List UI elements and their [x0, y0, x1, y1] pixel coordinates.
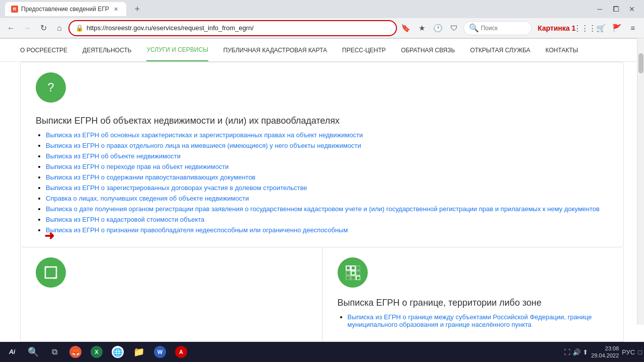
address-bar[interactable]	[87, 24, 390, 32]
nav-item-feedback[interactable]: ОБРАТНАЯ СВЯЗЬ	[401, 40, 455, 61]
section-col-left	[21, 247, 323, 341]
tab-title: Предоставление сведений ЕГР	[21, 6, 109, 13]
nav-item-deyatelnost[interactable]: ДЕЯТЕЛЬНОСТЬ	[83, 40, 131, 61]
taskbar-word-button[interactable]: W	[150, 343, 170, 361]
taskbar-right: ⛶ 🔊 ⬆ 23:08 29.04.2022 РУС □	[564, 345, 642, 359]
picture-label: Картинка 1	[538, 24, 576, 32]
list-item-highlighted: Справка о лицах, получивших сведения об …	[46, 195, 608, 202]
svg-rect-7	[356, 266, 360, 270]
section-icon-right	[338, 257, 368, 288]
list-link[interactable]: Выписка из ЕГРН об объекте недвижимости	[46, 152, 181, 160]
notification-icon: □	[638, 348, 642, 356]
svg-rect-8	[346, 271, 350, 275]
maximize-button[interactable]: ⧠	[609, 2, 623, 16]
taskbar-explorer-button[interactable]: 📁	[129, 343, 149, 361]
taskbar-firefox-button[interactable]: 🦊	[65, 343, 86, 361]
list-item: Выписка из ЕГРН о зарегистрированных дог…	[46, 184, 608, 192]
section-icon-question: ?	[36, 72, 66, 103]
taskbar-acrobat-button[interactable]: A	[171, 343, 191, 361]
browser-chrome: R Предоставление сведений ЕГР ✕ + ─ ⧠ ✕ …	[0, 0, 644, 39]
list-item: Выписка из ЕГРН о правах отдельного лица…	[46, 142, 608, 149]
sections-row: Выписка ЕГРН о границе, территории либо …	[20, 247, 624, 342]
back-button[interactable]: ←	[4, 21, 18, 35]
scrollbar-thumb[interactable]	[638, 53, 643, 73]
ai-label: Ai	[9, 348, 15, 355]
toolbar-right: 🔖 ★ 🕐 🛡 🔍 Картинка 1 ⋮⋮⋮ 🛒 🚩 ≡	[399, 21, 640, 35]
list-item: Выписка из ЕГРН об объекте недвижимости	[46, 152, 608, 160]
section-title: Выписки ЕГРН об объектах недвижимости и …	[36, 111, 608, 126]
list-link[interactable]: Выписка из ЕГРН о переходе прав на объек…	[46, 163, 229, 170]
address-bar-container[interactable]: 🔒	[68, 20, 397, 36]
extensions-icon[interactable]: ⋮⋮⋮	[578, 21, 592, 35]
word-icon: W	[154, 346, 166, 358]
list-link[interactable]: Выписка из ЕГРН о кадастровой стоимости …	[46, 216, 204, 223]
list-link[interactable]: Выписка из ЕГРН об основных характеристи…	[46, 131, 363, 139]
section-header: ?	[36, 72, 608, 103]
search-box[interactable]: 🔍	[463, 21, 532, 35]
browser-tab[interactable]: R Предоставление сведений ЕГР ✕	[5, 2, 126, 16]
clock: 23:08	[591, 345, 619, 352]
menu-icon[interactable]: ≡	[626, 21, 640, 35]
taskbar-taskview-icon: ⧉	[52, 347, 57, 356]
svg-rect-13	[356, 276, 360, 280]
taskbar-search-button[interactable]: 🔍	[23, 343, 43, 361]
list-item: Выписка из ЕГРН об основных характеристи…	[46, 131, 608, 139]
grid-icon	[345, 265, 360, 280]
list-item: Выписка из ЕГРН о переходе прав на объек…	[46, 163, 608, 170]
list-link-highlighted[interactable]: Справка о лицах, получивших сведения об …	[46, 195, 249, 202]
svg-rect-9	[351, 271, 355, 275]
acrobat-icon: A	[175, 346, 187, 358]
list-link[interactable]: Выписка из ЕГРН о содержании правоустана…	[46, 173, 256, 181]
list-item: Выписка о дате получения органом регистр…	[46, 205, 608, 213]
scrollbar[interactable]	[637, 38, 644, 325]
svg-rect-6	[351, 266, 355, 270]
search-input[interactable]	[481, 25, 526, 32]
taskbar-taskview-button[interactable]: ⧉	[44, 343, 64, 361]
list-item: Выписка из ЕГРН о признании правообладат…	[46, 226, 608, 234]
sys-icons: ⛶ 🔊 ⬆	[564, 348, 588, 356]
new-tab-button[interactable]: +	[130, 2, 144, 16]
taskbar-ai-button[interactable]: Ai	[2, 343, 22, 361]
tab-close-button[interactable]: ✕	[112, 5, 120, 13]
flag-icon[interactable]: 🚩	[610, 21, 624, 35]
list-link[interactable]: Выписка о дате получения органом регистр…	[46, 205, 600, 213]
close-button[interactable]: ✕	[625, 2, 639, 16]
reload-button[interactable]: ↻	[36, 21, 50, 35]
list-link[interactable]: Выписка из ЕГРН о зарегистрированных дог…	[46, 184, 307, 192]
list-link[interactable]: Выписка из ЕГРН о правах отдельного лица…	[46, 142, 361, 149]
favorites-icon[interactable]: ★	[415, 21, 429, 35]
home-button[interactable]: ⌂	[52, 21, 66, 35]
address-lock-icon: 🔒	[75, 24, 84, 32]
taskbar-chrome-button[interactable]: 🌐	[108, 343, 128, 361]
forward-button[interactable]: →	[20, 21, 34, 35]
cart-icon[interactable]: 🛒	[594, 21, 608, 35]
question-icon: ?	[47, 80, 54, 95]
title-bar: R Предоставление сведений ЕГР ✕ + ─ ⧠ ✕	[0, 0, 644, 18]
nav-item-contacts[interactable]: КОНТАКТЫ	[545, 40, 578, 61]
taskbar-time: 23:08 29.04.2022	[591, 345, 619, 359]
section2-title: Выписка ЕГРН о границе, территории либо …	[338, 293, 609, 308]
crop-icon	[43, 265, 58, 280]
taskbar-excel-button[interactable]: X	[87, 343, 107, 361]
nav-item-rosreestr[interactable]: О РОСРЕЕСТРЕ	[20, 40, 67, 61]
bookmark-icon[interactable]: 🔖	[399, 21, 413, 35]
section-col-right: Выписка ЕГРН о границе, территории либо …	[323, 247, 624, 341]
list-link[interactable]: Выписка из ЕГРН о границе между субъекта…	[348, 313, 592, 328]
nav-item-kadkarta[interactable]: ПУБЛИЧНАЯ КАДАСТРОВАЯ КАРТА	[223, 40, 327, 61]
nav-item-press[interactable]: ПРЕСС-ЦЕНТР	[342, 40, 386, 61]
list-link[interactable]: Выписка из ЕГРН о признании правообладат…	[46, 226, 348, 234]
minimize-button[interactable]: ─	[593, 2, 607, 16]
website-content: О РОСРЕЕСТРЕ ДЕЯТЕЛЬНОСТЬ УСЛУГИ И СЕРВИ…	[0, 39, 644, 342]
nav-item-open[interactable]: ОТКРЫТАЯ СЛУЖБА	[470, 40, 530, 61]
section-list: Выписка из ЕГРН об основных характеристи…	[36, 131, 608, 234]
shield-icon[interactable]: 🛡	[447, 21, 461, 35]
site-nav: О РОСРЕЕСТРЕ ДЕЯТЕЛЬНОСТЬ УСЛУГИ И СЕРВИ…	[0, 39, 644, 62]
history-icon[interactable]: 🕐	[431, 21, 445, 35]
svg-rect-11	[346, 276, 350, 280]
list-item: Выписка из ЕГРН о границе между субъекта…	[348, 313, 609, 328]
svg-rect-0	[45, 267, 56, 278]
nav-item-uslugi[interactable]: УСЛУГИ И СЕРВИСЫ	[146, 39, 208, 61]
svg-rect-10	[356, 271, 360, 275]
language-indicator: РУС	[622, 348, 635, 356]
svg-rect-12	[351, 276, 355, 280]
